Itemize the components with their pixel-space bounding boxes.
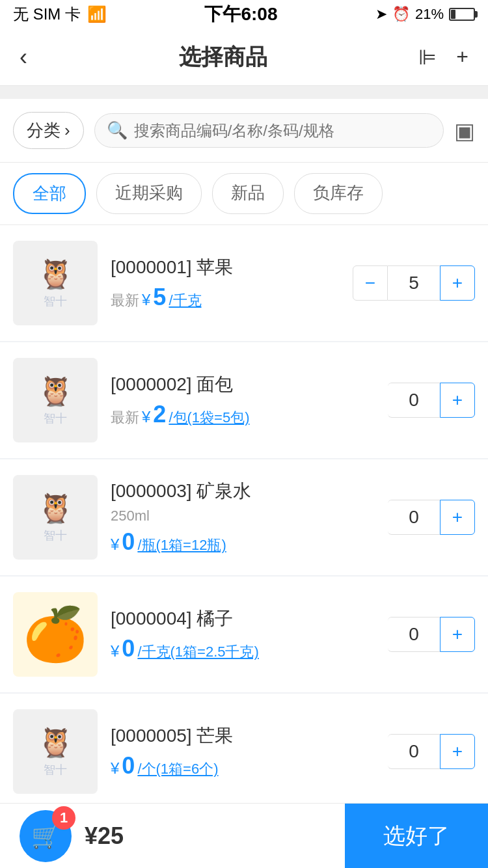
product-info: [0000005] 芒果 ¥ 0 /个(1箱=6个) [111, 724, 375, 780]
list-item: 🦉 智十 [0000002] 面包 最新 ¥ 2 /包(1袋=5包) + [0, 342, 488, 458]
tab-new[interactable]: 新品 [212, 173, 284, 214]
quantity-increase-button[interactable]: + [440, 500, 475, 535]
list-item: 🦉 智十 [0000005] 芒果 ¥ 0 /个(1箱=6个) + [0, 694, 488, 809]
quantity-input[interactable] [388, 617, 440, 652]
status-bar: 无 SIM 卡 📶 下午6:08 ➤ ⏰ 21% [0, 0, 488, 29]
nav-left[interactable]: ‹ [20, 44, 27, 71]
quantity-input[interactable] [388, 734, 440, 769]
product-info: [0000001] 苹果 最新 ¥ 5 /千克 [111, 255, 340, 311]
category-label: 分类 [27, 119, 61, 142]
list-item: 🦉 智十 [0000001] 苹果 最新 ¥ 5 /千克 − + [0, 225, 488, 341]
cart-icon-wrap[interactable]: 🛒 1 [20, 810, 72, 862]
product-name: [0000003] 矿泉水 [111, 479, 375, 504]
bottom-bar: 🛒 1 ¥25 选好了 [0, 803, 488, 868]
product-image: 🍊 [13, 592, 98, 677]
battery-label: 21% [415, 6, 444, 23]
nav-right[interactable]: ⊫ + [418, 45, 468, 70]
quantity-increase-button[interactable]: + [440, 734, 475, 769]
quantity-increase-button[interactable]: + [440, 617, 475, 652]
product-price: 最新 ¥ 2 /包(1袋=5包) [111, 401, 375, 428]
add-icon[interactable]: + [456, 45, 468, 69]
product-info: [0000002] 面包 最新 ¥ 2 /包(1袋=5包) [111, 372, 375, 428]
product-price: ¥ 0 /个(1箱=6个) [111, 752, 375, 780]
quantity-controls: + [388, 500, 475, 535]
tab-bar: 全部 近期采购 新品 负库存 [0, 163, 488, 225]
product-spec: 250ml [111, 508, 375, 524]
list-item: 🍊 [0000004] 橘子 ¥ 0 /千克(1箱=2.5千克) + [0, 576, 488, 692]
search-box[interactable]: 🔍 [94, 113, 444, 148]
cart-total: ¥25 [85, 822, 124, 850]
confirm-button[interactable]: 选好了 [345, 804, 488, 869]
product-image: 🦉 智十 [13, 475, 98, 560]
quantity-increase-button[interactable]: + [440, 265, 475, 301]
quantity-controls: + [388, 383, 475, 418]
product-name: [0000005] 芒果 [111, 724, 375, 748]
tab-recent[interactable]: 近期采购 [96, 173, 202, 214]
nav-bar: ‹ 选择商品 ⊫ + [0, 29, 488, 86]
cart-section: 🛒 1 ¥25 [0, 810, 345, 862]
product-info: [0000003] 矿泉水 250ml ¥ 0 /瓶(1箱=12瓶) [111, 479, 375, 556]
placeholder-logo: 🦉 智十 [38, 257, 74, 309]
status-time: 下午6:08 [204, 2, 277, 27]
list-item: 🦉 智十 [0000003] 矿泉水 250ml ¥ 0 /瓶(1箱=12瓶) … [0, 459, 488, 575]
quantity-input[interactable] [388, 265, 440, 301]
placeholder-logo: 🦉 智十 [38, 374, 74, 426]
product-price: 最新 ¥ 5 /千克 [111, 284, 340, 311]
product-name: [0000004] 橘子 [111, 606, 375, 631]
filter-icon[interactable]: ⊫ [418, 45, 437, 70]
status-left: 无 SIM 卡 📶 [13, 4, 107, 25]
alarm-icon: ⏰ [392, 6, 410, 23]
product-name: [0000002] 面包 [111, 372, 375, 397]
quantity-controls: − + [353, 265, 475, 301]
quantity-increase-button[interactable]: + [440, 383, 475, 418]
product-price: ¥ 0 /千克(1箱=2.5千克) [111, 635, 375, 662]
product-image: 🦉 智十 [13, 241, 98, 325]
product-image: 🦉 智十 [13, 358, 98, 442]
back-button[interactable]: ‹ [20, 44, 27, 71]
scan-icon[interactable]: ▣ [454, 118, 475, 144]
product-price: ¥ 0 /瓶(1箱=12瓶) [111, 528, 375, 556]
product-image: 🦉 智十 [13, 709, 98, 794]
status-right: ➤ ⏰ 21% [375, 6, 475, 23]
placeholder-logo: 🦉 智十 [38, 491, 74, 543]
quantity-controls: + [388, 734, 475, 769]
search-input[interactable] [134, 122, 431, 140]
category-chevron: › [64, 120, 70, 141]
quantity-input[interactable] [388, 383, 440, 418]
quantity-controls: + [388, 617, 475, 652]
quantity-decrease-button[interactable]: − [353, 265, 388, 301]
product-name: [0000001] 苹果 [111, 255, 340, 280]
page-title: 选择商品 [179, 42, 267, 72]
battery-icon [449, 8, 475, 21]
search-icon: 🔍 [107, 120, 128, 141]
quantity-input[interactable] [388, 500, 440, 535]
nav-divider [0, 86, 488, 99]
placeholder-logo: 🦉 智十 [38, 726, 74, 778]
filter-bar: 分类 › 🔍 ▣ [0, 99, 488, 163]
location-icon: ➤ [375, 6, 387, 23]
tab-negative[interactable]: 负库存 [294, 173, 383, 214]
product-list: 🦉 智十 [0000001] 苹果 最新 ¥ 5 /千克 − + � [0, 225, 488, 868]
category-button[interactable]: 分类 › [13, 112, 84, 149]
carrier-label: 无 SIM 卡 [13, 4, 81, 25]
tab-all[interactable]: 全部 [13, 173, 86, 214]
product-info: [0000004] 橘子 ¥ 0 /千克(1箱=2.5千克) [111, 606, 375, 662]
wifi-icon: 📶 [87, 5, 107, 23]
cart-badge: 1 [52, 806, 75, 830]
